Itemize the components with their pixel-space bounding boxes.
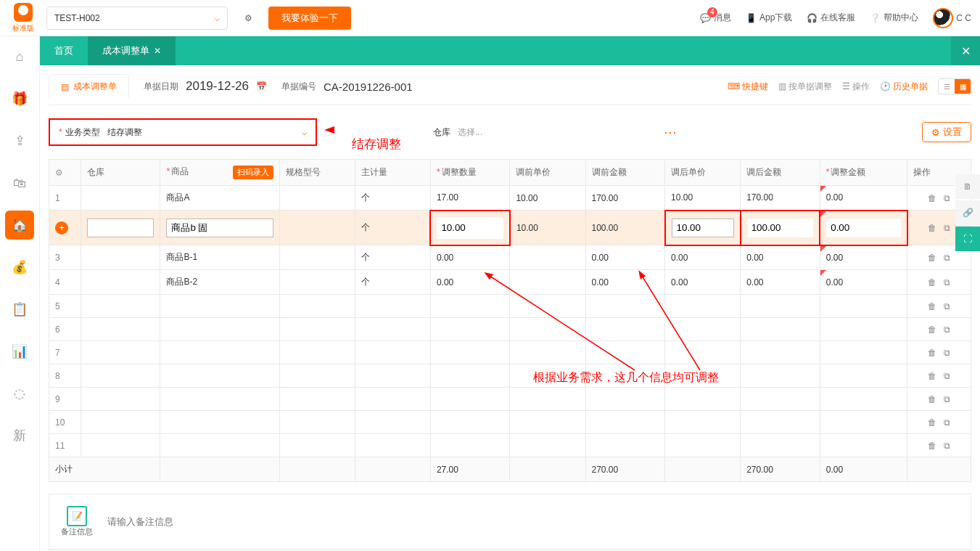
settings-button[interactable]: ⚙ [236,7,260,30]
user-menu[interactable]: C C [933,8,971,28]
table-row[interactable]: 6🗑⧉ [49,318,971,341]
nav-transfer[interactable]: ⇪ [5,126,34,155]
logo: 标准版 [9,3,38,33]
delete-icon[interactable]: 🗑 [928,441,936,451]
nav-money[interactable]: 💰 [5,253,34,282]
delete-icon[interactable]: 🗑 [928,394,936,404]
rail-expand[interactable]: ⛶ [955,226,980,251]
logo-icon [14,3,33,22]
copy-icon[interactable]: ⧉ [944,301,950,311]
tabs-bar: 首页 成本调整单 ✕ ✕ [40,36,980,65]
nav-warehouse[interactable]: 🏠 [5,211,34,240]
product-input[interactable] [166,219,273,237]
nav-refresh[interactable]: ◌ [5,379,34,408]
table-row[interactable]: 7🗑⧉ [49,341,971,364]
help-center-link[interactable]: ❔ 帮助中心 [870,12,918,24]
doc-no-label: 单据编号 [281,81,316,93]
table-row[interactable]: 5🗑⧉ [49,295,971,318]
copy-icon[interactable]: ⧉ [944,394,950,404]
table-row[interactable]: 4商品B-2个0.000.000.000.000.00🗑⧉ [49,270,971,295]
view-toggle: ☰ ▦ [938,78,971,94]
copy-icon[interactable]: ⧉ [944,325,950,335]
delete-icon[interactable]: 🗑 [928,371,936,381]
copy-icon[interactable]: ⧉ [944,277,950,287]
delete-icon[interactable]: 🗑 [928,223,936,233]
remarks-section: 📝 备注信息 [49,494,971,550]
copy-icon[interactable]: ⧉ [944,193,950,203]
table-row[interactable]: 11🗑⧉ [49,434,971,457]
per-doc-link[interactable]: ▥ 按单据调整 [778,81,832,93]
column-header: 调整金额 [820,160,907,186]
subtotal-post-amt: 270.00 [741,457,820,482]
close-icon[interactable]: ✕ [154,46,161,56]
column-header: 商品扫码录入 [160,160,279,186]
delete-icon[interactable]: 🗑 [928,417,936,428]
nav-home[interactable]: ⌂ [5,42,34,71]
view-grid[interactable]: ▦ [955,79,971,94]
gear-icon[interactable]: ⚙ [55,168,63,178]
view-list[interactable]: ☰ [939,79,955,94]
app-download-link[interactable]: 📱 App下载 [746,12,792,24]
subtotal-label: 小计 [49,457,160,482]
subtotal-pre-amt: 270.00 [585,457,665,482]
add-row-icon[interactable]: + [55,221,68,234]
copy-icon[interactable]: ⧉ [944,417,950,428]
delete-icon[interactable]: 🗑 [928,253,936,263]
post-price-input[interactable] [672,219,734,237]
table-row[interactable]: +个10.00100.00🗑⧉ [49,211,971,245]
delete-icon[interactable]: 🗑 [928,193,936,203]
adj-input[interactable] [826,219,901,237]
document-tab[interactable]: ▤ 成本调整单 [49,74,129,99]
more-icon[interactable]: ⋯ [664,124,677,140]
business-type-selector[interactable]: *业务类型 结存调整 ⌵ [49,118,317,146]
remarks-input[interactable] [107,516,959,527]
scan-button[interactable]: 扫码录入 [233,166,273,179]
nav-report[interactable]: 📊 [5,337,34,366]
column-header: ⚙ [49,160,81,186]
delete-icon[interactable]: 🗑 [928,325,936,335]
copy-icon[interactable]: ⧉ [944,348,950,358]
qty-input[interactable] [437,217,503,239]
operation-link[interactable]: ☰ 操作 [842,81,870,93]
nav-clipboard[interactable]: 📋 [5,295,34,324]
table-row[interactable]: 9🗑⧉ [49,388,971,411]
right-rail: 🗎 🔗 ⛶ [955,174,980,251]
nav-gift[interactable]: 🎁 [5,84,34,113]
warehouse-selector[interactable]: 仓库 选择... [433,126,482,139]
chevron-down-icon: ⌵ [302,127,307,137]
table-row[interactable]: 8🗑⧉ [49,364,971,388]
table-row[interactable]: 10🗑⧉ [49,411,971,434]
calendar-icon[interactable]: 📅 [256,81,267,91]
help-center-label: 帮助中心 [884,12,918,24]
nav-new[interactable]: 新 [5,421,34,450]
rail-link[interactable]: 🔗 [955,200,980,225]
tab-cost-adjustment[interactable]: 成本调整单 ✕ [88,36,176,65]
copy-icon[interactable]: ⧉ [944,223,950,233]
copy-icon[interactable]: ⧉ [944,371,950,381]
org-selector[interactable]: TEST-H002 ⌵ [46,7,228,30]
tab-home[interactable]: 首页 [40,36,88,65]
online-service-link[interactable]: 🎧 在线客服 [807,12,855,24]
delete-icon[interactable]: 🗑 [928,277,936,287]
warehouse-input[interactable] [87,219,155,237]
copy-icon[interactable]: ⧉ [944,441,950,451]
table-row[interactable]: 3商品B-1个0.000.000.000.000.00🗑⧉ [49,245,971,270]
rail-note[interactable]: 🗎 [955,174,980,199]
settings-button[interactable]: ⚙ 设置 [922,122,971,142]
message-badge: 4 [707,7,717,17]
column-header: 主计量 [355,160,430,186]
nav-bag[interactable]: 🛍 [5,168,34,197]
delete-icon[interactable]: 🗑 [928,348,936,358]
history-link[interactable]: 🕑 历史单据 [880,81,928,93]
shortcut-link[interactable]: ⌨ 快捷键 [728,81,768,93]
doc-no-value: CA-20191226-001 [324,81,413,93]
table-row[interactable]: 1商品A个17.0010.00170.0010.00170.000.00🗑⧉ [49,186,971,211]
date-label: 单据日期 [144,81,178,93]
post-amt-input[interactable] [747,219,814,237]
document-title: 成本调整单 [73,81,117,93]
delete-icon[interactable]: 🗑 [928,301,936,311]
close-panel-button[interactable]: ✕ [951,36,980,65]
copy-icon[interactable]: ⧉ [944,253,950,263]
messages-link[interactable]: 💬 消息 4 [700,12,731,24]
trial-button[interactable]: 我要体验一下 [268,7,351,30]
